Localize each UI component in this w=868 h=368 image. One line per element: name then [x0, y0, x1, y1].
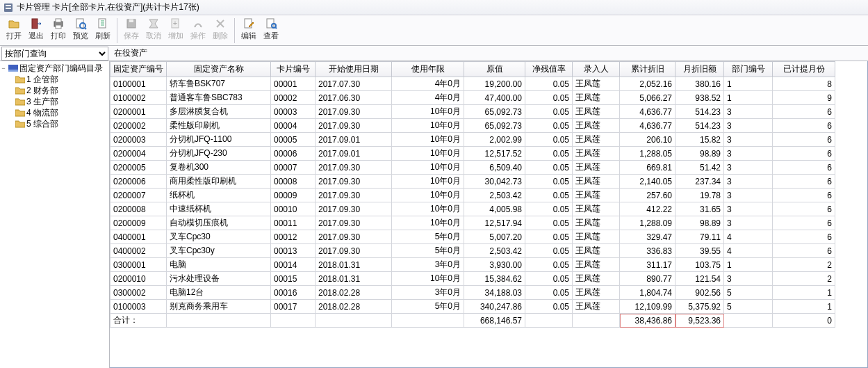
- column-header[interactable]: 固定资产名称: [167, 62, 271, 77]
- column-header[interactable]: 开始使用日期: [316, 62, 392, 77]
- cell: 1: [724, 258, 773, 272]
- cell: 2017.09.01: [316, 147, 392, 161]
- cell: 514.23: [675, 119, 724, 133]
- cell: 00011: [271, 216, 316, 230]
- cell: 19.78: [675, 189, 724, 202]
- cell: 2017.09.30: [316, 175, 392, 189]
- table-row[interactable]: 0200002柔性版印刷机000042017.09.3010年0月65,092.…: [110, 119, 835, 133]
- table-row[interactable]: 0200008中速纸杯机000102017.09.3010年0月4,005.98…: [110, 202, 835, 216]
- tree-item[interactable]: 5 综合部: [0, 118, 109, 129]
- table-row[interactable]: 0100002普通客车鲁SBC783000022017.06.304年0月47,…: [110, 91, 835, 105]
- table-row[interactable]: 0200003分切机JFQ-1100000052017.09.0110年0月2,…: [110, 133, 835, 147]
- table-row[interactable]: 0200001多层淋膜复合机000032017.09.3010年0月65,092…: [110, 105, 835, 119]
- cell: 3: [724, 147, 773, 161]
- cell: 1: [773, 300, 835, 314]
- cell: 电脑12台: [167, 286, 271, 300]
- open-button[interactable]: 打开: [3, 17, 25, 41]
- cell: 王凤莲: [573, 189, 620, 202]
- table-row[interactable]: 0100001轿车鲁BSK707000012017.07.304年0月19,20…: [110, 77, 835, 91]
- table-row[interactable]: 0200004分切机JFQ-230000062017.09.0110年0月12,…: [110, 147, 835, 161]
- table-row[interactable]: 0100003别克商务乘用车000172018.02.285年0月340,247…: [110, 300, 835, 314]
- cell: 2017.09.30: [316, 230, 392, 244]
- cell: 0: [773, 314, 835, 328]
- tree-root[interactable]: − 固定资产部门编码目录: [0, 63, 109, 74]
- column-header[interactable]: 已计提月份: [773, 62, 835, 77]
- table-row[interactable]: 0200009自动模切压痕机000112017.09.3010年0月12,517…: [110, 216, 835, 230]
- cell: 15.82: [675, 133, 724, 147]
- cell: 多层淋膜复合机: [167, 105, 271, 119]
- cell: 6: [773, 147, 835, 161]
- cell: 分切机JFQ-1100: [167, 133, 271, 147]
- tree-item[interactable]: 2 财务部: [0, 85, 109, 96]
- cell: 王凤莲: [573, 286, 620, 300]
- cell: 0.05: [525, 147, 573, 161]
- cell: 00015: [271, 272, 316, 286]
- cell: [167, 314, 271, 328]
- collapse-icon[interactable]: −: [0, 65, 7, 72]
- cell: 2: [773, 272, 835, 286]
- cell: 10年0月: [392, 105, 464, 119]
- cell: 121.54: [675, 272, 724, 286]
- cell: 103.75: [675, 258, 724, 272]
- table-row[interactable]: 0200010污水处理设备000152018.01.3110年0月15,384.…: [110, 272, 835, 286]
- table-row[interactable]: 0200007纸杯机000092017.09.3010年0月2,503.420.…: [110, 189, 835, 202]
- cell: 3: [724, 119, 773, 133]
- cell: 8: [773, 77, 835, 91]
- cell: 王凤莲: [573, 147, 620, 161]
- column-header[interactable]: 卡片编号: [271, 62, 316, 77]
- exit-button[interactable]: 退出: [25, 17, 47, 41]
- column-header[interactable]: 累计折旧: [620, 62, 675, 77]
- refresh-button[interactable]: 刷新: [92, 17, 114, 41]
- tree-item[interactable]: 4 物流部: [0, 107, 109, 118]
- column-header[interactable]: 净残值率: [525, 62, 573, 77]
- titlebar: 卡片管理 卡片[全部卡片,在役资产](共计卡片17张): [0, 0, 868, 15]
- cell: 0.05: [525, 189, 573, 202]
- cell: 938.52: [675, 91, 724, 105]
- save-button: 保存: [120, 17, 142, 41]
- cell: 1: [773, 286, 835, 300]
- cell: 2: [773, 258, 835, 272]
- column-header[interactable]: 原值: [464, 62, 525, 77]
- preview-button[interactable]: 预览: [69, 17, 92, 41]
- svg-point-16: [200, 26, 202, 27]
- column-header[interactable]: 使用年限: [392, 62, 464, 77]
- column-header[interactable]: 固定资产编号: [110, 62, 167, 77]
- cell: 分切机JFQ-230: [167, 147, 271, 161]
- table-row[interactable]: 0400002叉车Cpc30y000132017.09.305年0月2,503.…: [110, 244, 835, 258]
- svg-rect-2: [6, 8, 11, 9]
- tree-item[interactable]: 3 生产部: [0, 96, 109, 107]
- cell: 311.17: [620, 258, 675, 272]
- cell: 4年0月: [392, 91, 464, 105]
- cell: 叉车Cpc30: [167, 230, 271, 244]
- cell: 4年0月: [392, 77, 464, 91]
- tree-item[interactable]: 1 企管部: [0, 74, 109, 85]
- cell: [573, 314, 620, 328]
- cell: 0400002: [110, 244, 167, 258]
- table-row[interactable]: 0300001电脑000142018.01.313年0月3,930.000.05…: [110, 258, 835, 272]
- column-header[interactable]: 部门编号: [724, 62, 773, 77]
- table-row[interactable]: 0200006商用柔性版印刷机000082017.09.3010年0月30,04…: [110, 175, 835, 189]
- cell: 4: [724, 244, 773, 258]
- operate-button: 操作: [187, 17, 209, 41]
- cell: 0200010: [110, 272, 167, 286]
- cell: 0.05: [525, 230, 573, 244]
- cell: 商用柔性版印刷机: [167, 175, 271, 189]
- table-row[interactable]: 0400001叉车Cpc30000122017.09.305年0月5,007.2…: [110, 230, 835, 244]
- cell: 668,146.57: [464, 314, 525, 328]
- column-header[interactable]: 月折旧额: [675, 62, 724, 77]
- cell: 6: [773, 202, 835, 216]
- column-header[interactable]: 录入人: [573, 62, 620, 77]
- asset-grid[interactable]: 固定资产编号固定资产名称卡片编号开始使用日期使用年限原值净残值率录入人累计折旧月…: [110, 61, 868, 368]
- table-row[interactable]: 0300002电脑12台000162018.02.283年0月34,188.03…: [110, 286, 835, 300]
- svg-point-15: [195, 26, 196, 27]
- cell: 0.05: [525, 91, 573, 105]
- table-row[interactable]: 0200005复卷机300000072017.09.3010年0月6,509.4…: [110, 161, 835, 175]
- print-button[interactable]: 打印: [47, 17, 69, 41]
- cell: 00003: [271, 105, 316, 119]
- edit-button[interactable]: 编辑: [238, 17, 260, 41]
- svg-rect-22: [8, 70, 18, 72]
- view-button[interactable]: 查看: [260, 17, 282, 41]
- filter-mode-select[interactable]: 按部门查询: [1, 47, 108, 61]
- cell: 2018.01.31: [316, 272, 392, 286]
- cell: 3,930.00: [464, 258, 525, 272]
